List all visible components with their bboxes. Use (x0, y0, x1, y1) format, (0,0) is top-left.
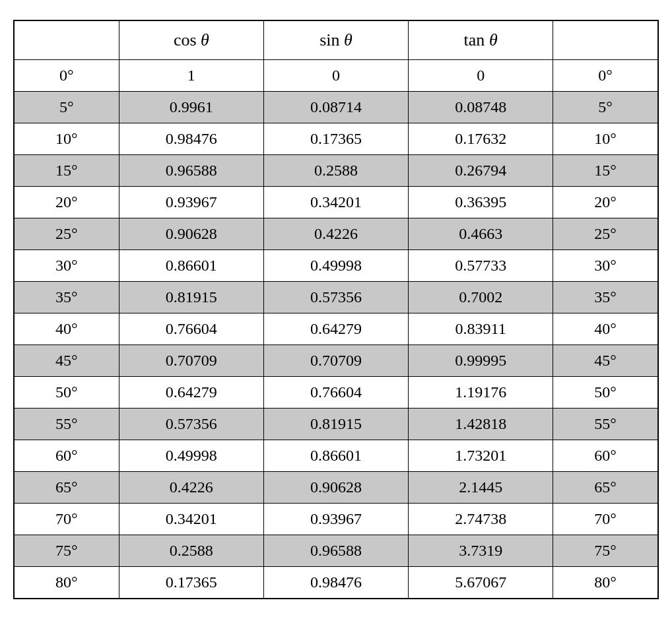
cell-angle-left: 25° (14, 218, 119, 250)
table-row: 10°0.984760.173650.1763210° (14, 123, 658, 155)
header-tan: tan θ (409, 20, 553, 60)
cell-tan: 2.74738 (409, 504, 553, 535)
cell-angle-right: 10° (553, 123, 658, 155)
header-angle-right (553, 20, 658, 60)
table-row: 40°0.766040.642790.8391140° (14, 313, 658, 345)
cell-angle-right: 0° (553, 60, 658, 92)
cell-angle-right: 60° (553, 440, 658, 472)
cell-sin: 0.34201 (263, 187, 408, 218)
cell-sin: 0.76604 (263, 377, 408, 409)
cell-sin: 0.90628 (263, 472, 408, 504)
table-row: 75°0.25880.965883.731975° (14, 535, 658, 567)
cell-cos: 0.81915 (119, 282, 263, 313)
table-row: 70°0.342010.939672.7473870° (14, 504, 658, 535)
cell-angle-right: 65° (553, 472, 658, 504)
table-row: 15°0.965880.25880.2679415° (14, 155, 658, 187)
cell-tan: 1.42818 (409, 409, 553, 440)
cell-angle-right: 50° (553, 377, 658, 409)
table-row: 55°0.573560.819151.4281855° (14, 409, 658, 440)
cell-angle-left: 65° (14, 472, 119, 504)
table-header-row: cos θ sin θ tan θ (14, 20, 658, 60)
table-row: 50°0.642790.766041.1917650° (14, 377, 658, 409)
cell-cos: 0.76604 (119, 313, 263, 345)
cell-tan: 0.08748 (409, 92, 553, 123)
table-row: 60°0.499980.866011.7320160° (14, 440, 658, 472)
cell-tan: 0 (409, 60, 553, 92)
cell-angle-right: 70° (553, 504, 658, 535)
cell-sin: 0.70709 (263, 345, 408, 377)
cell-sin: 0.57356 (263, 282, 408, 313)
cell-tan: 0.83911 (409, 313, 553, 345)
cell-sin: 0.08714 (263, 92, 408, 123)
cell-cos: 0.86601 (119, 250, 263, 282)
cell-angle-right: 75° (553, 535, 658, 567)
table-row: 0°1000° (14, 60, 658, 92)
cell-angle-right: 15° (553, 155, 658, 187)
cell-angle-left: 15° (14, 155, 119, 187)
cell-cos: 0.98476 (119, 123, 263, 155)
table-body: 0°1000°5°0.99610.087140.087485°10°0.9847… (14, 60, 658, 599)
cell-cos: 0.57356 (119, 409, 263, 440)
table-row: 65°0.42260.906282.144565° (14, 472, 658, 504)
cell-angle-right: 20° (553, 187, 658, 218)
cell-angle-left: 80° (14, 567, 119, 599)
cell-angle-right: 80° (553, 567, 658, 599)
trig-table-container: cos θ sin θ tan θ 0°1000°5°0.99610.08714… (13, 20, 659, 599)
trig-table: cos θ sin θ tan θ 0°1000°5°0.99610.08714… (13, 20, 659, 599)
cell-tan: 0.4663 (409, 218, 553, 250)
cell-angle-left: 75° (14, 535, 119, 567)
cell-tan: 2.1445 (409, 472, 553, 504)
cell-angle-right: 35° (553, 282, 658, 313)
table-row: 35°0.819150.573560.700235° (14, 282, 658, 313)
cell-sin: 0.2588 (263, 155, 408, 187)
table-row: 5°0.99610.087140.087485° (14, 92, 658, 123)
cell-cos: 0.34201 (119, 504, 263, 535)
cell-cos: 0.70709 (119, 345, 263, 377)
table-row: 30°0.866010.499980.5773330° (14, 250, 658, 282)
cell-angle-left: 60° (14, 440, 119, 472)
table-row: 20°0.939670.342010.3639520° (14, 187, 658, 218)
cell-angle-left: 50° (14, 377, 119, 409)
cell-cos: 0.96588 (119, 155, 263, 187)
cell-angle-left: 10° (14, 123, 119, 155)
cell-angle-left: 35° (14, 282, 119, 313)
cell-angle-right: 45° (553, 345, 658, 377)
header-sin: sin θ (263, 20, 408, 60)
cell-angle-right: 40° (553, 313, 658, 345)
cell-sin: 0.81915 (263, 409, 408, 440)
cell-angle-left: 30° (14, 250, 119, 282)
cell-tan: 0.17632 (409, 123, 553, 155)
cell-tan: 0.26794 (409, 155, 553, 187)
cell-tan: 0.57733 (409, 250, 553, 282)
cell-angle-right: 55° (553, 409, 658, 440)
cell-angle-left: 45° (14, 345, 119, 377)
cell-angle-left: 40° (14, 313, 119, 345)
cell-sin: 0.4226 (263, 218, 408, 250)
cell-sin: 0.86601 (263, 440, 408, 472)
cell-cos: 1 (119, 60, 263, 92)
cell-angle-right: 25° (553, 218, 658, 250)
cell-cos: 0.9961 (119, 92, 263, 123)
cell-sin: 0.64279 (263, 313, 408, 345)
cell-sin: 0.96588 (263, 535, 408, 567)
cell-angle-right: 30° (553, 250, 658, 282)
cell-sin: 0.49998 (263, 250, 408, 282)
cell-tan: 1.19176 (409, 377, 553, 409)
cell-tan: 0.99995 (409, 345, 553, 377)
cell-tan: 0.7002 (409, 282, 553, 313)
cell-angle-right: 5° (553, 92, 658, 123)
table-row: 80°0.173650.984765.6706780° (14, 567, 658, 599)
cell-cos: 0.17365 (119, 567, 263, 599)
cell-tan: 1.73201 (409, 440, 553, 472)
cell-tan: 3.7319 (409, 535, 553, 567)
cell-sin: 0.93967 (263, 504, 408, 535)
table-row: 25°0.906280.42260.466325° (14, 218, 658, 250)
cell-angle-left: 20° (14, 187, 119, 218)
table-row: 45°0.707090.707090.9999545° (14, 345, 658, 377)
cell-cos: 0.4226 (119, 472, 263, 504)
cell-tan: 5.67067 (409, 567, 553, 599)
cell-sin: 0 (263, 60, 408, 92)
header-cos: cos θ (119, 20, 263, 60)
cell-angle-left: 0° (14, 60, 119, 92)
cell-angle-left: 5° (14, 92, 119, 123)
